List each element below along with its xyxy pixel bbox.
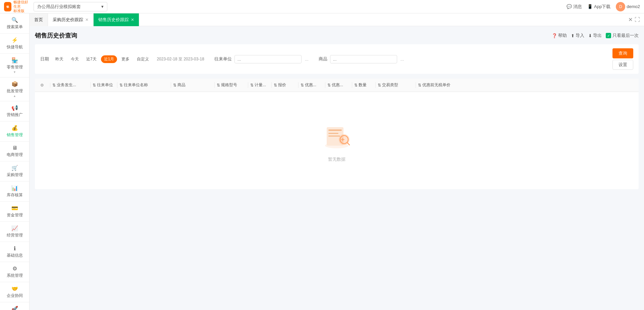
tab-purchase-history-close[interactable]: ✕ [85,17,89,22]
th-unit-sort-icon: ⇅ [250,83,254,88]
th-trade-type[interactable]: ⇅ 交易类型 [376,82,416,88]
svg-rect-5 [328,133,338,134]
th-settings[interactable]: ⚙ [38,83,50,88]
th-qty[interactable]: ⇅ 数量 [352,82,376,88]
date-btn-1month[interactable]: 近1月 [101,55,117,63]
th-spec[interactable]: ⇅ 规格型号 [215,82,248,88]
sidebar-item-system-mgmt[interactable]: ⚙ 系统管理 [0,262,29,282]
marketing-icon: 📢 [11,105,18,111]
sidebar-item-purchase-mgmt[interactable]: 🛒 采购管理 [0,161,29,182]
th-unit[interactable]: ⇅ 计量... [248,82,272,88]
th-qty-label: 数量 [359,82,367,88]
sidebar-item-ecom-mgmt[interactable]: 🖥 电商管理 [0,142,29,161]
th-partner-name[interactable]: ⇅ 往来单位名称 [117,82,171,88]
tab-sales-history-close[interactable]: ✕ [131,17,134,22]
tab-purchase-history-label: 采购历史价跟踪 [53,17,83,23]
app-name: 办公用品行业模拟账套 [37,4,81,10]
wholesale-icon: 📦 [11,81,18,87]
inventory-icon: 📊 [11,185,18,191]
sidebar-item-label: 批发管理 [7,88,23,94]
query-button[interactable]: 查询 [612,48,633,58]
sidebar-item-quick-nav[interactable]: ⚡ 快捷导航 [0,34,29,54]
svg-rect-4 [328,130,342,131]
svg-text:畅: 畅 [6,5,9,8]
th-partner-name-label: 往来单位名称 [124,82,148,88]
filter-partner-section: 往来单位 ... [214,55,309,63]
th-partner[interactable]: ⇅ 往来单位 [91,82,117,88]
th-tax-price-sort-icon: ⇅ [418,83,421,88]
partner-input[interactable] [234,55,302,63]
sidebar-item-label: 库存核算 [7,192,23,198]
sidebar-item-search-menu[interactable]: 🔍 搜索菜单 [0,13,29,34]
help-button[interactable]: ❓ 帮助 [552,33,567,39]
page-header: 销售历史价查询 ❓ 帮助 ⬆ 导入 ⬇ 导出 ✓ [35,32,639,40]
date-btn-today[interactable]: 今天 [68,55,82,63]
product-label: 商品 [319,56,327,62]
sidebar-item-sales-mgmt[interactable]: 💰 销售管理 [0,121,29,142]
th-discount1-sort-icon: ⇅ [301,83,304,88]
tab-home[interactable]: 首页 [30,13,48,26]
th-discount1[interactable]: ⇅ 优惠... [299,82,325,88]
sidebar-item-label: 经营管理 [7,232,23,238]
export-button[interactable]: ⬇ 导出 [588,33,602,39]
tabs-bar: 首页 采购历史价跟踪 ✕ 销售历史价跟踪 ✕ ✕ ⛶ [30,13,644,26]
tab-close-all-icon[interactable]: ✕ [628,16,633,23]
finance-icon: 💳 [11,205,18,211]
th-price[interactable]: ⇅ 报价 [272,82,299,88]
date-btn-yesterday[interactable]: 昨天 [52,55,66,63]
enterprise-icon: 🤝 [11,286,18,292]
chevron-up-icon: ▴ [14,94,15,98]
only-last-check[interactable]: ✓ 只看最后一次 [606,33,639,39]
download-button[interactable]: 📱 App下载 [587,4,610,10]
th-discount2-label: 优惠... [332,82,343,88]
date-btn-custom[interactable]: 自定义 [134,55,152,63]
date-btn-7days[interactable]: 近7天 [83,55,100,63]
th-spec-sort-icon: ⇅ [217,83,220,88]
sidebar-item-wholesale-mgmt[interactable]: 📦 批发管理 ▴ [0,78,29,101]
user-button[interactable]: D demo2 [616,2,640,11]
th-price-label: 报价 [278,82,286,88]
message-icon: 💬 [567,4,572,9]
tab-sales-history[interactable]: 销售历史价跟踪 ✕ [94,13,139,26]
sidebar-item-finance-mgmt[interactable]: 💳 资金管理 [0,202,29,222]
sales-icon: 💰 [11,125,18,131]
logo-area: 畅 畅捷信好生意 标准版 [4,0,31,13]
message-button[interactable]: 💬 消息 [567,4,582,10]
svg-rect-6 [328,136,340,137]
product-input[interactable] [330,55,397,63]
chevron-down-icon: ▾ [101,4,104,9]
import-button[interactable]: ⬆ 导入 [571,33,584,39]
sidebar-item-retail-mgmt[interactable]: 🏪 零售管理 ▾ [0,54,29,78]
th-trade-type-label: 交易类型 [382,82,398,88]
only-last-label: 只看最后一次 [612,33,639,39]
setting-button[interactable]: 设置 [612,60,633,70]
th-discount1-label: 优惠... [305,82,316,88]
only-last-checkbox[interactable]: ✓ [606,33,611,38]
th-biz-date-sort-icon: ⇅ [52,83,56,88]
main-layout: 🔍 搜索菜单 ⚡ 快捷导航 🏪 零售管理 ▾ 📦 批发管理 ▴ 📢 营销推广 💰… [0,13,644,310]
info-icon: ℹ [14,245,16,252]
sidebar-item-enterprise[interactable]: 🤝 企业协同 [0,282,29,302]
th-discount2-sort-icon: ⇅ [327,83,331,88]
tab-purchase-history[interactable]: 采购历史价跟踪 ✕ [48,13,94,26]
th-product[interactable]: ⇅ 商品 [171,82,215,88]
app-selector[interactable]: 办公用品行业模拟账套 ▾ [34,2,107,11]
filter-area: 日期 昨天 今天 近7天 近1月 更多 自定义 2023-02-18 至 202… [35,44,639,74]
th-discount2[interactable]: ⇅ 优惠... [325,82,352,88]
sidebar-item-inventory[interactable]: 📊 库存核算 [0,182,29,202]
th-tax-price[interactable]: ⇅ 优惠前无税单价 [416,82,635,88]
sidebar-item-ops-mgmt[interactable]: 📈 经营管理 [0,222,29,242]
sidebar-item-marketing[interactable]: 📢 营销推广 [0,101,29,121]
download-label: App下载 [594,4,610,10]
empty-icon [320,119,354,152]
tab-fullscreen-icon[interactable]: ⛶ [635,17,640,23]
th-price-sort-icon: ⇅ [274,83,277,88]
sidebar-item-new-guide[interactable]: 🚀 新手引导 [0,302,29,310]
sidebar-item-label: 电商管理 [7,152,23,158]
partner-dots: ... [305,57,309,62]
date-btn-more[interactable]: 更多 [118,55,132,63]
th-biz-date[interactable]: ⇅ 业务发生... [50,82,91,88]
product-dots: ... [400,57,404,62]
sidebar-item-basic-info[interactable]: ℹ 基础信息 [0,242,29,262]
th-qty-sort-icon: ⇅ [354,83,358,88]
